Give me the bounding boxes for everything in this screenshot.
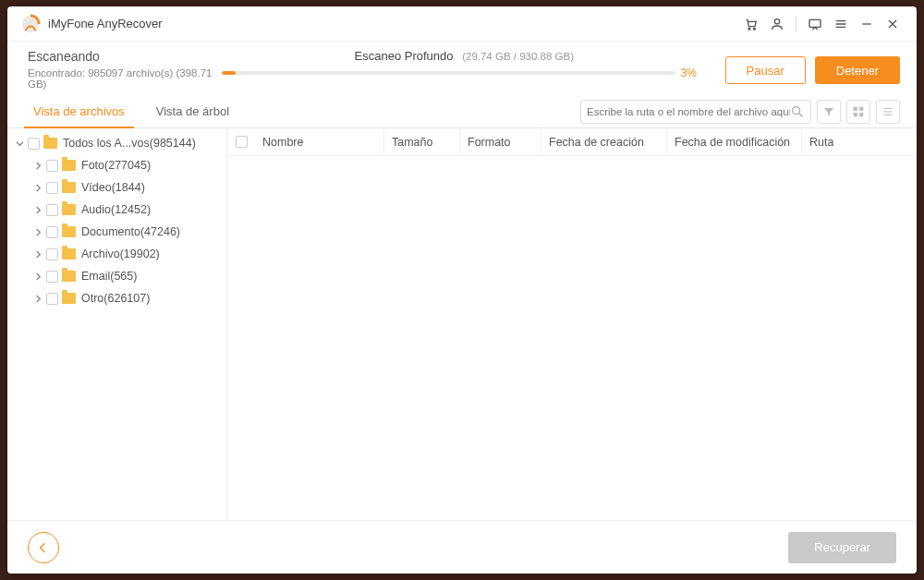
chevron-right-icon[interactable]: [31, 203, 44, 216]
found-label: Encontrado: 985097 archivo(s) (398.71 GB…: [28, 67, 222, 90]
search-box[interactable]: [580, 100, 811, 124]
status-row: Escaneando Encontrado: 985097 archivo(s)…: [7, 42, 917, 95]
scanning-label: Escaneando: [28, 49, 222, 64]
separator: [796, 16, 796, 32]
tree-root[interactable]: Todos los A...vos(985144): [7, 132, 226, 154]
filter-button[interactable]: [817, 100, 841, 124]
column-headers: Nombre Tamaño Formato Fecha de creación …: [227, 128, 917, 156]
chevron-right-icon[interactable]: [31, 181, 44, 194]
app-window: iMyFone AnyRecover Escaneando Encontrado…: [7, 6, 917, 574]
folder-icon: [43, 138, 57, 149]
svg-rect-9: [859, 113, 863, 116]
content-panel: Nombre Tamaño Formato Fecha de creación …: [227, 128, 917, 520]
close-icon[interactable]: [880, 11, 906, 37]
grid-view-button[interactable]: [846, 100, 870, 124]
tree-node-label: Documento(47246): [81, 225, 180, 238]
recover-button[interactable]: Recuperar: [788, 532, 896, 563]
minimize-icon[interactable]: [854, 11, 880, 37]
chevron-right-icon[interactable]: [31, 292, 44, 305]
tree-node-email[interactable]: Email(565): [7, 265, 226, 287]
folder-icon: [62, 248, 76, 260]
app-logo-icon: [20, 14, 41, 34]
checkbox[interactable]: [46, 182, 58, 194]
checkbox[interactable]: [46, 293, 58, 305]
scan-mode-row: Escaneo Profundo (29.74 GB / 930.88 GB): [222, 49, 707, 63]
progress-wrap: 3%: [222, 66, 707, 79]
progress-fill: [222, 71, 236, 75]
folder-icon: [62, 160, 76, 171]
col-modified[interactable]: Fecha de modificación: [667, 128, 802, 155]
tree-node-label: Audio(12452): [81, 203, 151, 216]
checkbox[interactable]: [46, 204, 58, 216]
svg-point-1: [748, 28, 750, 30]
tree-node-label: Otro(626107): [81, 292, 150, 305]
progress-bar: [222, 71, 675, 75]
col-format[interactable]: Formato: [460, 128, 541, 155]
tree-node-label: Archivo(19902): [81, 248, 160, 260]
tab-tree-view[interactable]: Vista de árbol: [147, 95, 238, 127]
folder-icon: [62, 271, 76, 282]
checkbox[interactable]: [46, 226, 58, 238]
folder-icon: [62, 182, 76, 193]
folder-icon: [62, 293, 76, 304]
svg-rect-7: [859, 106, 863, 110]
checkbox[interactable]: [46, 160, 58, 172]
tree-node-otro[interactable]: Otro(626107): [7, 287, 226, 309]
search-input[interactable]: [587, 106, 790, 117]
main-area: Todos los A...vos(985144) Foto(277045) V…: [7, 128, 917, 520]
user-icon[interactable]: [764, 11, 790, 37]
checkbox[interactable]: [46, 271, 58, 283]
tree-node-archivo[interactable]: Archivo(19902): [7, 243, 226, 265]
status-left: Escaneando Encontrado: 985097 archivo(s)…: [28, 49, 222, 90]
tab-row: Vista de archivos Vista de árbol: [7, 95, 917, 128]
cart-icon[interactable]: [738, 11, 764, 37]
folder-icon: [62, 226, 76, 237]
col-name[interactable]: Nombre: [255, 128, 384, 155]
checkbox[interactable]: [46, 248, 58, 260]
title-bar: iMyFone AnyRecover: [7, 6, 917, 42]
pause-button[interactable]: Pausar: [725, 56, 806, 84]
tree-root-label: Todos los A...vos(985144): [63, 137, 196, 150]
stop-button[interactable]: Detener: [815, 56, 900, 84]
list-view-button[interactable]: [876, 100, 900, 124]
svg-point-5: [793, 106, 800, 114]
file-list-area: [227, 156, 917, 520]
tree-node-documento[interactable]: Documento(47246): [7, 221, 226, 243]
folder-icon: [62, 204, 76, 215]
checkbox[interactable]: [236, 136, 248, 148]
tree-node-foto[interactable]: Foto(277045): [7, 154, 226, 176]
svg-rect-4: [809, 19, 821, 27]
scan-mode-label: Escaneo Profundo: [355, 49, 454, 63]
footer: Recuperar: [7, 520, 917, 574]
status-center: Escaneo Profundo (29.74 GB / 930.88 GB) …: [222, 49, 707, 79]
tree-node-label: Foto(277045): [81, 159, 151, 172]
chevron-down-icon[interactable]: [13, 137, 26, 150]
svg-point-2: [753, 28, 755, 30]
tree-node-video[interactable]: Vídeo(1844): [7, 176, 226, 199]
tree-node-label: Email(565): [81, 270, 137, 283]
status-right: Pausar Detener: [707, 49, 900, 84]
col-path[interactable]: Ruta: [802, 128, 917, 155]
svg-rect-8: [854, 113, 857, 116]
col-size[interactable]: Tamaño: [384, 128, 460, 155]
scan-size-label: (29.74 GB / 930.88 GB): [462, 51, 574, 62]
tree-node-label: Vídeo(1844): [81, 181, 145, 194]
progress-percent: 3%: [681, 66, 707, 79]
menu-icon[interactable]: [828, 11, 854, 37]
tree-node-audio[interactable]: Audio(12452): [7, 199, 226, 221]
checkbox[interactable]: [28, 138, 40, 150]
app-title: iMyFone AnyRecover: [48, 17, 163, 30]
chevron-right-icon[interactable]: [31, 159, 44, 172]
chevron-right-icon[interactable]: [31, 270, 44, 283]
feedback-icon[interactable]: [802, 11, 828, 37]
svg-rect-6: [854, 106, 857, 110]
chevron-right-icon[interactable]: [31, 225, 44, 238]
svg-point-3: [774, 18, 779, 23]
chevron-right-icon[interactable]: [31, 248, 44, 260]
search-icon[interactable]: [790, 104, 805, 119]
tab-files-view[interactable]: Vista de archivos: [24, 95, 134, 127]
sidebar-tree: Todos los A...vos(985144) Foto(277045) V…: [7, 128, 227, 520]
col-created[interactable]: Fecha de creación: [541, 128, 667, 155]
select-all-cell[interactable]: [227, 136, 255, 148]
back-button[interactable]: [28, 532, 59, 563]
